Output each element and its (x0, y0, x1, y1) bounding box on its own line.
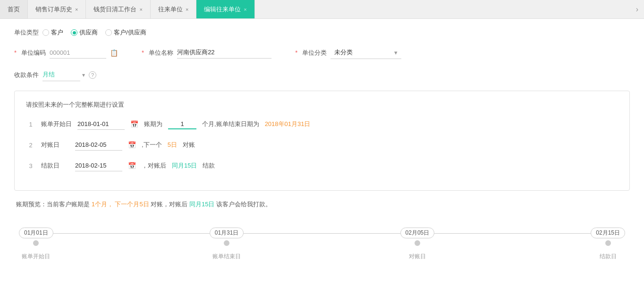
timeline-dot-2 (415, 240, 420, 246)
timeline-top-recon: 02月05日 (400, 228, 435, 246)
period-end-date: 2018年01月31日 (265, 120, 311, 128)
preview-p4: 同月15日 (189, 201, 214, 208)
payment-row: 收款条件 月结 ▾ ? (14, 68, 630, 81)
period-calendar-1[interactable]: 📅 (130, 120, 138, 128)
period-text-2a: ,下一个 (142, 141, 162, 149)
unit-category-required: * (295, 49, 297, 56)
unit-category-select[interactable]: 未分类 ▾ (330, 46, 401, 59)
timeline-label-3: 02月15日 (591, 228, 625, 238)
timeline-sub-1: 账单结束日 (212, 253, 241, 261)
period-date-3: 2018-02-15 (75, 160, 122, 171)
period-box: 请按照未来的一个完整帐期进行设置 1 账单开始日 2018-01-01 📅 账期… (14, 91, 630, 191)
payment-help-icon[interactable]: ? (89, 71, 96, 79)
radio-supplier[interactable]: 供应商 (71, 28, 98, 37)
unit-name-required: * (142, 49, 144, 56)
unit-code-group: * 单位编码 📋 (14, 47, 118, 59)
period-text-2b: 对账 (183, 141, 195, 149)
tab-sales-history[interactable]: 销售订单历史 × (28, 0, 86, 18)
period-title: 请按照未来的一个完整帐期进行设置 (26, 101, 618, 109)
tab-close-edit-partner[interactable]: × (244, 7, 246, 12)
timeline-point-start: 01月01日 账单开始日 (19, 228, 53, 261)
timeline-point-recon: 02月05日 对账日 (400, 228, 435, 261)
period-row-3: 3 结款日 2018-02-15 📅 ，对账后 同月15日 结款 (26, 160, 618, 171)
period-num-1: 1 (26, 121, 35, 128)
timeline-points: 01月01日 账单开始日 01月31日 账单结束日 02月05日 对账日 (19, 228, 625, 261)
tab-close-partners[interactable]: × (186, 7, 188, 12)
payment-label: 收款条件 (14, 71, 39, 79)
period-date-1: 2018-01-01 (77, 118, 125, 130)
period-text-1b: 个月,账单结束日期为 (202, 120, 259, 128)
preview-p3: 对账，对账后 (151, 201, 187, 208)
unit-category-group: * 单位分类 未分类 ▾ (295, 46, 401, 59)
tab-home[interactable]: 首页 (0, 0, 28, 18)
unit-name-input[interactable] (177, 47, 271, 59)
category-dropdown-icon: ▾ (394, 49, 398, 56)
preview-section: 账期预览：当前客户账期是 1个月， 下一个月5日 对账，对账后 同月15日 该客… (14, 200, 630, 209)
preview-label: 账期预览：当前客户账期是 (16, 201, 90, 208)
payment-group: 收款条件 月结 ▾ ? (14, 68, 96, 81)
radio-label-both: 客户/供应商 (114, 28, 146, 37)
payment-dropdown-icon[interactable]: ▾ (82, 72, 85, 78)
period-payment-highlight: 同月15日 (172, 161, 197, 170)
timeline-dot-3 (605, 240, 611, 246)
timeline-sub-3: 结款日 (600, 253, 617, 261)
unit-code-required: * (14, 49, 17, 56)
payment-select-wrapper: 月结 ▾ (42, 68, 85, 81)
timeline-top-payment: 02月15日 (591, 228, 625, 246)
timeline-point-payment: 02月15日 结款日 (591, 228, 625, 261)
unit-type-group: 单位类型 客户 供应商 客户/供应商 (14, 28, 146, 37)
radio-label-customer: 客户 (51, 28, 63, 37)
unit-code-label: 单位编码 (21, 49, 46, 57)
timeline-label-2: 02月05日 (400, 228, 435, 238)
tab-cashier[interactable]: 钱货日清工作台 × (86, 0, 150, 18)
unit-type-row: 单位类型 客户 供应商 客户/供应商 (14, 28, 630, 37)
period-text-3b: 结款 (203, 161, 215, 170)
unit-type-label: 单位类型 (14, 28, 39, 37)
unit-info-row: * 单位编码 📋 * 单位名称 * 单位分类 未分类 ▾ (14, 46, 630, 59)
unit-category-value: 未分类 (334, 48, 392, 57)
tab-more-button[interactable]: › (630, 5, 644, 14)
period-calendar-3[interactable]: 📅 (128, 162, 136, 169)
preview-p2: 下一个月5日 (115, 201, 149, 208)
radio-label-supplier: 供应商 (79, 28, 98, 37)
radio-both[interactable]: 客户/供应商 (105, 28, 146, 37)
timeline-sub-0: 账单开始日 (22, 253, 50, 261)
unit-category-label: 单位分类 (302, 49, 327, 57)
period-recon-highlight: 5日 (168, 141, 177, 149)
timeline-dot-1 (224, 240, 229, 246)
tab-close-sales-history[interactable]: × (75, 7, 78, 12)
period-text-1a: 账期为 (144, 120, 162, 128)
timeline-dot-0 (33, 240, 39, 246)
timeline-top-end: 01月31日 (210, 228, 244, 246)
radio-group: 客户 供应商 客户/供应商 (42, 28, 146, 37)
tab-close-cashier[interactable]: × (139, 7, 142, 12)
period-label-2: 对账日 (41, 141, 69, 149)
timeline-top-start: 01月01日 (19, 228, 53, 246)
period-row-2: 2 对账日 2018-02-05 📅 ,下一个 5日 对账 (26, 139, 618, 151)
unit-name-label: 单位名称 (149, 49, 173, 57)
period-label-1: 账单开始日 (41, 120, 72, 128)
timeline-sub-2: 对账日 (409, 253, 426, 261)
timeline-point-end: 01月31日 账单结束日 (210, 228, 244, 261)
tab-edit-partner[interactable]: 编辑往来单位 × (196, 0, 254, 18)
main-content: 单位类型 客户 供应商 客户/供应商 * 单位编码 (0, 19, 644, 287)
radio-circle-customer (42, 29, 49, 36)
unit-code-input[interactable] (50, 47, 106, 59)
tab-bar: 首页 销售订单历史 × 钱货日清工作台 × 往来单位 × 编辑往来单位 × › (0, 0, 644, 19)
timeline-label-0: 01月01日 (19, 228, 53, 238)
period-text-3a: ，对账后 (142, 161, 166, 170)
period-date-2: 2018-02-05 (75, 139, 122, 151)
radio-customer[interactable]: 客户 (42, 28, 63, 37)
timeline: 01月01日 账单开始日 01月31日 账单结束日 02月05日 对账日 (14, 218, 630, 265)
tab-partners[interactable]: 往来单位 × (151, 0, 196, 18)
period-months-input[interactable] (168, 119, 196, 129)
period-calendar-2[interactable]: 📅 (128, 141, 136, 149)
timeline-label-1: 01月31日 (210, 228, 244, 238)
unit-name-group: * 单位名称 (142, 47, 271, 59)
period-num-2: 2 (26, 142, 35, 149)
radio-circle-supplier (71, 29, 77, 36)
unit-code-icon[interactable]: 📋 (110, 49, 118, 57)
preview-p5: 该客户会给我打款。 (216, 201, 271, 208)
payment-value[interactable]: 月结 (42, 68, 80, 81)
preview-p1: 1个月， (92, 201, 113, 208)
